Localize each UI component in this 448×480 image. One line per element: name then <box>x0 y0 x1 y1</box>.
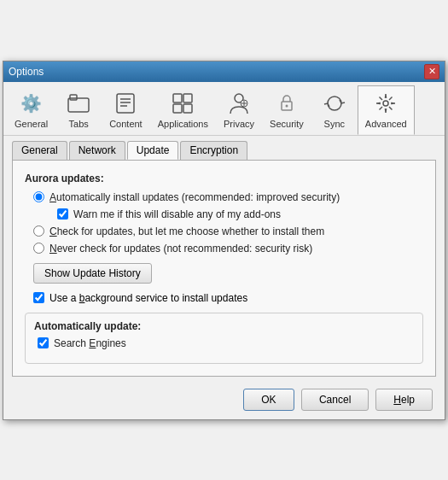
security-icon <box>273 90 300 117</box>
svg-point-16 <box>383 101 388 106</box>
svg-line-24 <box>380 107 383 110</box>
window-title: Options <box>9 66 44 78</box>
toolbar-item-tabs[interactable]: Tabs <box>55 85 102 135</box>
toolbar-label-advanced: Advanced <box>365 119 407 129</box>
svg-point-15 <box>285 104 288 107</box>
content-area: Aurora updates: Automatically install up… <box>12 160 436 377</box>
svg-line-23 <box>389 97 393 100</box>
toolbar: ⚙️ General Tabs Content Applications P <box>3 82 445 136</box>
svg-line-21 <box>380 97 383 100</box>
check-only-label[interactable]: Check for updates, but let me choose whe… <box>49 225 324 237</box>
warn-addon-label[interactable]: Warn me if this will disable any of my a… <box>73 208 281 220</box>
titlebar: Options ✕ <box>3 61 445 82</box>
options-window: Options ✕ ⚙️ General Tabs Content Applic… <box>3 61 445 420</box>
radio-never-check: Never check for updates (not recommended… <box>33 243 423 255</box>
advanced-icon <box>372 90 399 117</box>
tab-encryption[interactable]: Encryption <box>180 141 247 160</box>
svg-rect-8 <box>173 104 182 113</box>
auto-update-group-label: Automatically update: <box>34 320 414 332</box>
warn-addon-checkbox-row: Warn me if this will disable any of my a… <box>57 208 423 220</box>
search-engines-row: Search Engines <box>38 337 414 349</box>
tabs-row: General Network Update Encryption <box>3 136 445 160</box>
radio-auto-install: Automatically install updates (recommend… <box>33 191 423 203</box>
toolbar-label-sync: Sync <box>324 119 345 129</box>
toolbar-label-security: Security <box>270 119 304 129</box>
toolbar-label-privacy: Privacy <box>224 119 254 129</box>
svg-rect-1 <box>70 95 77 100</box>
toolbar-item-content[interactable]: Content <box>102 85 150 135</box>
applications-icon <box>169 90 196 117</box>
tab-general[interactable]: General <box>12 141 67 160</box>
toolbar-label-general: General <box>15 119 48 129</box>
svg-line-22 <box>389 107 393 110</box>
radio-group-updates: Automatically install updates (recommend… <box>33 191 423 255</box>
toolbar-item-privacy[interactable]: Privacy <box>216 85 262 135</box>
ok-button[interactable]: OK <box>243 389 294 411</box>
radio-check-only: Check for updates, but let me choose whe… <box>33 225 423 237</box>
aurora-updates-label: Aurora updates: <box>25 173 423 184</box>
tab-update[interactable]: Update <box>127 141 179 160</box>
check-only-radio[interactable] <box>33 225 44 237</box>
toolbar-item-security[interactable]: Security <box>262 85 311 135</box>
background-service-label[interactable]: Use a background service to install upda… <box>49 292 247 304</box>
toolbar-label-tabs: Tabs <box>69 119 89 129</box>
toolbar-label-content: Content <box>109 119 143 129</box>
svg-rect-2 <box>117 94 134 113</box>
privacy-icon <box>225 90 253 117</box>
background-service-row: Use a background service to install upda… <box>33 292 423 304</box>
tab-network[interactable]: Network <box>69 141 125 160</box>
sync-icon <box>321 90 348 117</box>
footer: OK Cancel Help <box>3 383 445 419</box>
svg-rect-7 <box>183 94 192 102</box>
toolbar-item-general[interactable]: ⚙️ General <box>7 85 55 135</box>
tabs-icon <box>65 90 92 117</box>
svg-rect-9 <box>183 104 192 113</box>
search-engines-checkbox[interactable] <box>38 337 49 348</box>
toolbar-label-applications: Applications <box>158 119 208 129</box>
auto-install-label[interactable]: Automatically install updates (recommend… <box>49 191 340 203</box>
general-icon: ⚙️ <box>18 90 45 117</box>
auto-update-group: Automatically update: Search Engines <box>25 313 423 364</box>
help-button[interactable]: Help <box>375 389 433 411</box>
search-engines-label[interactable]: Search Engines <box>54 337 126 349</box>
never-check-label[interactable]: Never check for updates (not recommended… <box>49 243 312 255</box>
content-icon <box>112 90 139 117</box>
auto-install-radio[interactable] <box>33 191 44 202</box>
toolbar-item-applications[interactable]: Applications <box>150 85 216 135</box>
never-check-radio[interactable] <box>33 243 44 254</box>
show-update-history-button[interactable]: Show Update History <box>33 263 152 284</box>
warn-addon-checkbox[interactable] <box>57 208 68 220</box>
cancel-button[interactable]: Cancel <box>301 389 369 411</box>
close-button[interactable]: ✕ <box>424 64 439 79</box>
background-service-checkbox[interactable] <box>33 292 44 303</box>
toolbar-item-advanced[interactable]: Advanced <box>358 85 415 135</box>
svg-rect-6 <box>173 94 182 102</box>
toolbar-item-sync[interactable]: Sync <box>311 85 358 135</box>
